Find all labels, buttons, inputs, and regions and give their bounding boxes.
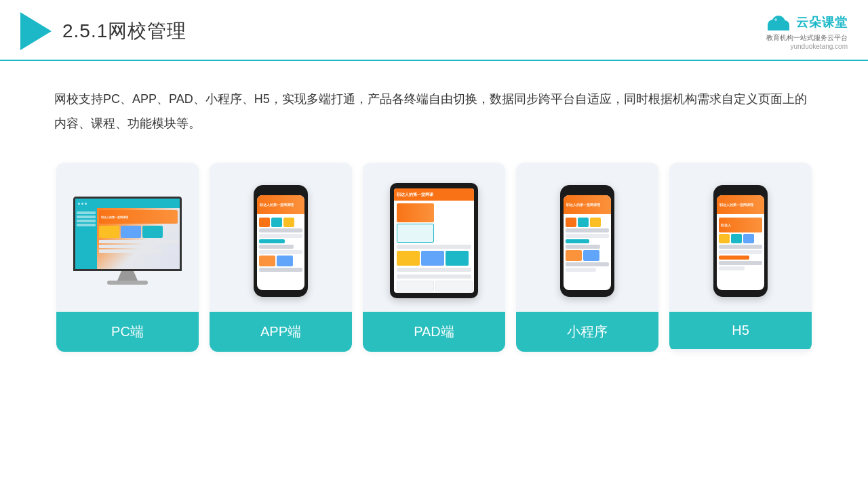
card-h5: 职达人的第一堂网课理 职达人 xyxy=(669,163,812,352)
svg-point-4 xyxy=(774,18,777,21)
card-pad: 职达人的第一堂网课 xyxy=(363,163,505,352)
phone-app-mockup: 职达人的第一堂网课理 xyxy=(254,185,308,297)
cloud-logo-group: 云朵课堂 xyxy=(762,13,848,32)
card-app-label: APP端 xyxy=(210,312,352,352)
header: 2.5.1网校管理 云朵课堂 教育机构一站式服务云平台 yunduoketang… xyxy=(0,0,868,61)
card-miniapp-label: 小程序 xyxy=(516,312,658,352)
card-pad-image: 职达人的第一堂网课 xyxy=(363,163,505,312)
description-text: 网校支持PC、APP、PAD、小程序、H5，实现多端打通，产品各终端自由切换，数… xyxy=(0,61,868,149)
phone-h5-mockup: 职达人的第一堂网课理 职达人 xyxy=(713,185,768,297)
header-left: 2.5.1网校管理 xyxy=(20,12,186,50)
logo-tagline: 教育机构一站式服务云平台 xyxy=(766,33,848,43)
page-title: 2.5.1网校管理 xyxy=(62,18,186,44)
card-app: 职达人的第一堂网课理 xyxy=(210,163,352,352)
device-cards: 职达人的第一堂网课理 xyxy=(0,149,868,372)
logo-url: yunduoketang.com xyxy=(790,43,848,50)
card-miniapp-image: 职达人的第一堂网课理 xyxy=(516,163,658,312)
cloud-icon xyxy=(762,13,792,32)
card-h5-image: 职达人的第一堂网课理 职达人 xyxy=(669,163,812,312)
pc-screen: 职达人的第一堂网课理 xyxy=(73,197,182,271)
card-h5-label: H5 xyxy=(669,312,812,349)
tablet-mockup: 职达人的第一堂网课 xyxy=(390,183,478,298)
phone-miniapp-mockup: 职达人的第一堂网课理 xyxy=(560,185,614,297)
card-pad-label: PAD端 xyxy=(363,312,505,352)
pc-mockup: 职达人的第一堂网课理 xyxy=(73,197,182,285)
card-miniapp: 职达人的第一堂网课理 xyxy=(516,163,658,352)
card-pc-image: 职达人的第一堂网课理 xyxy=(56,163,199,312)
card-app-image: 职达人的第一堂网课理 xyxy=(210,163,352,312)
svg-rect-3 xyxy=(768,25,789,30)
card-pc-label: PC端 xyxy=(56,312,199,352)
logo-text: 云朵课堂 xyxy=(796,14,848,30)
brand-logo: 云朵课堂 教育机构一站式服务云平台 yunduoketang.com xyxy=(762,13,848,50)
card-pc: 职达人的第一堂网课理 xyxy=(56,163,199,352)
play-icon xyxy=(20,12,52,50)
